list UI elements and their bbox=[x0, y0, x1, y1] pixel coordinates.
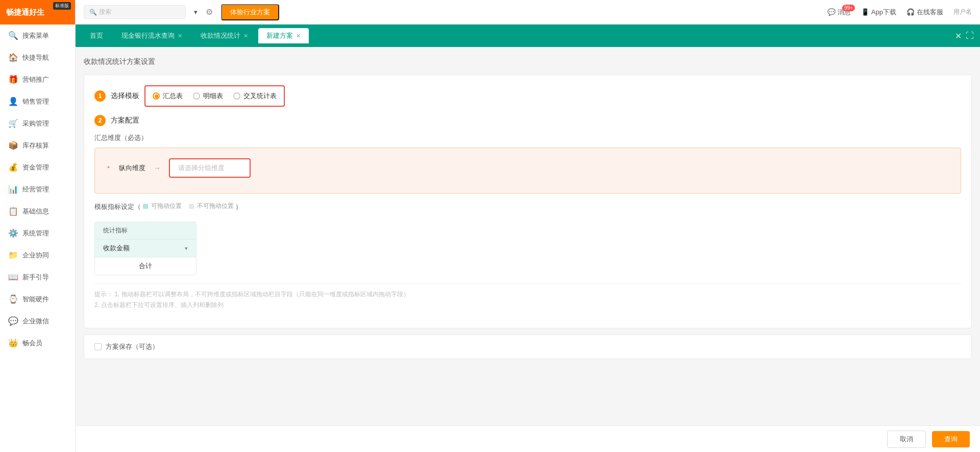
radio-summary[interactable]: 汇总表 bbox=[153, 91, 183, 101]
indicator-table: 统计指标 收款金额 ▾ 合计 bbox=[94, 222, 197, 275]
fixed-label: 不可拖动位置 bbox=[197, 202, 234, 210]
dimension-area: * 纵向维度 → 请选择分组维度 bbox=[94, 148, 961, 194]
tab-new-plan[interactable]: 新建方案 ✕ bbox=[258, 28, 309, 43]
tab-new-plan-close[interactable]: ✕ bbox=[296, 33, 301, 39]
main-area: 🔍 搜索 ▾ ⚙ 体验行业方案 💬 消息 99+ 📱 App下载 🎧 在线客服 … bbox=[76, 0, 980, 452]
user-icon: 👤 bbox=[8, 97, 18, 106]
step1-header: 1 选择模板 汇总表 明细表 交叉统计表 bbox=[94, 85, 961, 107]
dimension-select[interactable]: 请选择分组维度 bbox=[169, 158, 251, 178]
save-label: 方案保存（可选） bbox=[106, 342, 159, 351]
topbar-search-box[interactable]: 🔍 搜索 bbox=[84, 5, 186, 19]
tabbar-actions: ✕ ⛶ bbox=[955, 31, 974, 41]
money-icon: 💰 bbox=[8, 162, 18, 172]
dropdown-arrow-icon[interactable]: ▾ bbox=[185, 245, 188, 252]
tip-line-2: 2. 点击标题栏下拉可设置排序、插入列和删除列 bbox=[94, 301, 961, 310]
indicator-header: 模板指标设定（ 可拖动位置 不可拖动位置 ） bbox=[94, 202, 961, 217]
clipboard-icon: 📋 bbox=[8, 206, 18, 216]
sidebar-item-operations[interactable]: 📊 经营管理 bbox=[0, 178, 75, 200]
dimension-placeholder: 请选择分组维度 bbox=[178, 164, 225, 172]
watch-icon: ⌚ bbox=[8, 294, 18, 304]
book-icon: 📖 bbox=[8, 272, 18, 282]
logo-text: 畅捷通好生 bbox=[6, 8, 44, 17]
vertical-dimension-label: 纵向维度 bbox=[119, 163, 145, 173]
indicator-table-header: 统计指标 bbox=[95, 222, 196, 240]
radio-detail[interactable]: 明细表 bbox=[193, 91, 223, 101]
topbar-right: 💬 消息 99+ 📱 App下载 🎧 在线客服 用户名 bbox=[827, 8, 972, 17]
topbar: 🔍 搜索 ▾ ⚙ 体验行业方案 💬 消息 99+ 📱 App下载 🎧 在线客服 … bbox=[76, 0, 980, 25]
tabbar: 首页 现金银行流水查询 ✕ 收款情况统计 ✕ 新建方案 ✕ ✕ ⛶ bbox=[76, 25, 980, 47]
user-info: 用户名 bbox=[953, 8, 972, 16]
sidebar-label-quick-nav: 快捷导航 bbox=[22, 53, 49, 62]
close-all-tabs-icon[interactable]: ✕ bbox=[955, 31, 962, 41]
service-button[interactable]: 🎧 在线客服 bbox=[906, 8, 943, 17]
sidebar-item-marketing[interactable]: 🎁 营销推广 bbox=[0, 68, 75, 90]
message-icon: 💬 bbox=[827, 8, 836, 16]
download-button[interactable]: 📱 App下载 bbox=[861, 8, 896, 17]
required-star: * bbox=[107, 164, 110, 172]
footer: 取消 查询 bbox=[76, 425, 980, 452]
sidebar-label-sales: 销售管理 bbox=[22, 97, 49, 106]
step2-num: 2 bbox=[94, 115, 106, 126]
maximize-icon[interactable]: ⛶ bbox=[966, 31, 974, 40]
indicator-total: 合计 bbox=[95, 257, 196, 275]
sidebar-label-inventory: 库存核算 bbox=[22, 141, 49, 150]
tab-home-label: 首页 bbox=[90, 31, 103, 40]
indicator-cell-label: 收款金额 bbox=[103, 244, 130, 253]
tab-cashflow[interactable]: 现金银行流水查询 ✕ bbox=[113, 28, 190, 43]
sidebar-label-wechat-biz: 企业微信 bbox=[22, 317, 49, 326]
sidebar-item-finance[interactable]: 💰 资金管理 bbox=[0, 156, 75, 178]
draggable-label: 可拖动位置 bbox=[151, 202, 182, 210]
sidebar-item-purchase[interactable]: 🛒 采购管理 bbox=[0, 112, 75, 134]
chat-icon: 💬 bbox=[8, 316, 18, 326]
sidebar-item-system[interactable]: ⚙️ 系统管理 bbox=[0, 222, 75, 244]
step1-num: 1 bbox=[94, 90, 106, 102]
sidebar-label-system: 系统管理 bbox=[22, 229, 49, 238]
sidebar-item-basic-info[interactable]: 📋 基础信息 bbox=[0, 200, 75, 222]
sidebar-label-smart-hw: 智能硬件 bbox=[22, 295, 49, 304]
radio-cross-label: 交叉统计表 bbox=[243, 91, 277, 101]
messages-button[interactable]: 💬 消息 99+ bbox=[827, 8, 851, 17]
sidebar-item-sales[interactable]: 👤 销售管理 bbox=[0, 90, 75, 112]
indicator-cell-amount[interactable]: 收款金额 ▾ bbox=[95, 240, 196, 257]
trial-button[interactable]: 体验行业方案 bbox=[221, 4, 279, 20]
cart-icon: 🛒 bbox=[8, 118, 18, 128]
topbar-gear-icon[interactable]: ⚙ bbox=[206, 7, 213, 17]
topbar-dropdown[interactable]: ▾ bbox=[194, 8, 198, 16]
tab-new-plan-label: 新建方案 bbox=[266, 31, 293, 40]
sidebar-label-vip: 畅会员 bbox=[22, 339, 42, 348]
save-checkbox[interactable] bbox=[94, 343, 102, 350]
tab-cashflow-close[interactable]: ✕ bbox=[178, 33, 182, 39]
query-button[interactable]: 查询 bbox=[932, 431, 970, 447]
tab-home[interactable]: 首页 bbox=[82, 28, 111, 43]
sidebar-item-guide[interactable]: 📖 新手引导 bbox=[0, 266, 75, 288]
sidebar-item-vip[interactable]: 👑 畅会员 bbox=[0, 332, 75, 354]
radio-dot-cross bbox=[233, 92, 240, 100]
messages-badge: 99+ bbox=[842, 5, 855, 11]
template-options-group: 汇总表 明细表 交叉统计表 bbox=[144, 85, 285, 107]
sidebar-item-inventory[interactable]: 📦 库存核算 bbox=[0, 134, 75, 156]
arrow-right-icon: → bbox=[154, 164, 161, 172]
tips-section: 提示： 1. 拖动标题栏可以调整布局，不可跨维度或指标区域拖动栏目字段（只能在同… bbox=[94, 283, 961, 310]
step1-section: 1 选择模板 汇总表 明细表 交叉统计表 bbox=[94, 85, 961, 107]
sidebar-label-guide: 新手引导 bbox=[22, 273, 49, 282]
sidebar-item-quick-nav[interactable]: 🏠 快捷导航 bbox=[0, 46, 75, 68]
tab-collection-stats-close[interactable]: ✕ bbox=[243, 33, 248, 39]
radio-dot-detail bbox=[193, 92, 200, 100]
vertical-dimension-row: * 纵向维度 → 请选择分组维度 bbox=[107, 158, 948, 178]
tab-collection-stats[interactable]: 收款情况统计 ✕ bbox=[192, 28, 256, 43]
sidebar-item-search-menu[interactable]: 🔍 搜索菜单 bbox=[0, 25, 75, 46]
cancel-button[interactable]: 取消 bbox=[887, 431, 926, 448]
step1-title: 选择模板 bbox=[111, 91, 139, 101]
chevron-down-icon: ▾ bbox=[194, 8, 198, 16]
radio-cross[interactable]: 交叉统计表 bbox=[233, 91, 277, 101]
logo-badge: 标准版 bbox=[53, 2, 71, 10]
sidebar-item-smart-hw[interactable]: ⌚ 智能硬件 bbox=[0, 288, 75, 310]
sidebar-item-wechat-biz[interactable]: 💬 企业微信 bbox=[0, 310, 75, 332]
crown-icon: 👑 bbox=[8, 338, 18, 348]
chart-icon: 📊 bbox=[8, 184, 18, 194]
dimension-title: 汇总维度（必选） bbox=[94, 133, 961, 142]
gift-icon: 🎁 bbox=[8, 75, 18, 84]
sidebar-item-enterprise-coop[interactable]: 📁 企业协同 bbox=[0, 244, 75, 266]
indicator-title-text: 模板指标设定（ bbox=[94, 203, 141, 210]
tab-cashflow-label: 现金银行流水查询 bbox=[121, 31, 175, 40]
